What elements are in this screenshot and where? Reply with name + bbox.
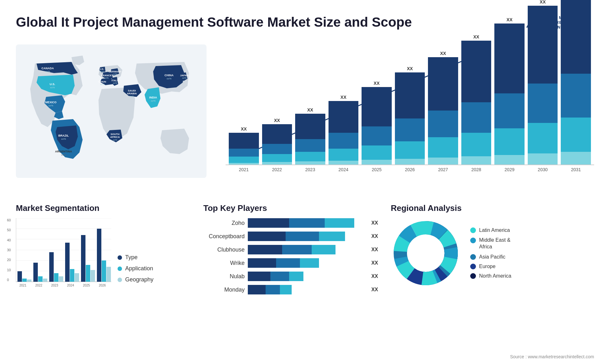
page-container: Global It Project Management Software Ma… bbox=[0, 0, 610, 364]
legend-item-north-america: North America bbox=[470, 273, 511, 279]
svg-text:BRAZIL: BRAZIL bbox=[58, 134, 69, 137]
player-bar-seg2 bbox=[289, 218, 325, 228]
x-label-2028: 2028 bbox=[461, 167, 491, 172]
y-label-20: 20 bbox=[7, 258, 11, 262]
regional-content: Latin America Middle East &Africa Asia P… bbox=[391, 218, 594, 288]
x-label-2030: 2030 bbox=[528, 167, 558, 172]
player-bar-conceptboard bbox=[248, 232, 366, 241]
svg-text:xx%: xx% bbox=[61, 153, 66, 156]
svg-rect-49 bbox=[38, 276, 43, 282]
legend-label-asia-pacific: Asia Pacific bbox=[479, 254, 505, 260]
seg-chart-svg: 2021 2022 2023 2024 2025 2026 bbox=[16, 218, 111, 288]
svg-text:xx%: xx% bbox=[48, 104, 53, 107]
legend-dot-asia-pacific bbox=[470, 254, 476, 260]
legend-label-geography: Geography bbox=[125, 276, 153, 283]
players-title: Top Key Players bbox=[203, 203, 378, 213]
svg-rect-57 bbox=[81, 235, 85, 282]
svg-text:xx%: xx% bbox=[104, 77, 108, 79]
legend-label-north-america: North America bbox=[479, 273, 511, 279]
world-map-svg: CANADA xx% U.S. xx% MEXICO xx% BRAZIL xx… bbox=[16, 44, 207, 178]
svg-rect-51 bbox=[49, 252, 54, 282]
seg-chart: 60 50 40 30 20 10 0 bbox=[16, 218, 111, 288]
svg-rect-54 bbox=[65, 243, 70, 282]
legend-dot-geography bbox=[118, 278, 122, 282]
player-bar-seg2 bbox=[276, 258, 300, 268]
x-label-2026: 2026 bbox=[395, 167, 425, 172]
player-row-conceptboard: Conceptboard XX bbox=[203, 232, 378, 241]
donut-svg bbox=[391, 218, 461, 288]
legend-dot-application bbox=[118, 266, 122, 271]
legend-item-geography: Geography bbox=[118, 276, 153, 283]
svg-text:xx%: xx% bbox=[45, 70, 50, 73]
bar-group-2022: XX bbox=[262, 118, 292, 165]
svg-rect-55 bbox=[70, 269, 74, 282]
player-name-zoho: Zoho bbox=[203, 220, 245, 226]
svg-rect-62 bbox=[106, 267, 111, 282]
source-text: Source : www.marketresearchintellect.com bbox=[510, 354, 594, 359]
player-name-conceptboard: Conceptboard bbox=[203, 233, 245, 240]
legend-dot-latin-america bbox=[470, 227, 476, 233]
bar-group-2023: XX bbox=[295, 107, 325, 165]
seg-content: 60 50 40 30 20 10 0 bbox=[16, 218, 191, 288]
player-bar-seg3 bbox=[300, 258, 319, 268]
bar-label-2022: XX bbox=[274, 118, 280, 123]
svg-rect-46 bbox=[22, 279, 27, 282]
bar-label-2027: XX bbox=[440, 51, 446, 56]
player-val-nulab: XX bbox=[371, 273, 378, 279]
player-row-monday: Monday XX bbox=[203, 285, 378, 294]
legend-label-latin-america: Latin America bbox=[479, 227, 510, 233]
player-val-wrike: XX bbox=[371, 260, 378, 266]
svg-text:2021: 2021 bbox=[19, 284, 27, 287]
page-title: Global It Project Management Software Ma… bbox=[16, 15, 412, 30]
player-name-wrike: Wrike bbox=[203, 260, 245, 266]
chart-area: XX XX bbox=[226, 44, 594, 178]
svg-rect-45 bbox=[17, 271, 22, 282]
bar-group-2026: XX bbox=[395, 66, 425, 165]
player-name-nulab: Nulab bbox=[203, 273, 245, 280]
svg-rect-52 bbox=[54, 273, 58, 282]
svg-text:ITALY: ITALY bbox=[112, 79, 119, 82]
y-labels: 60 50 40 30 20 10 0 bbox=[7, 218, 11, 282]
player-bar-seg3 bbox=[280, 285, 292, 294]
svg-rect-50 bbox=[43, 279, 47, 282]
bar-label-2028: XX bbox=[473, 34, 479, 39]
bottom-grid: Market Segmentation 60 50 40 30 20 10 0 bbox=[16, 203, 594, 298]
player-bar-clubhouse bbox=[248, 245, 366, 254]
bar-label-2024: XX bbox=[341, 95, 347, 100]
player-row-zoho: Zoho XX bbox=[203, 218, 378, 228]
player-bar-wrike bbox=[248, 258, 366, 268]
x-label-2024: 2024 bbox=[329, 167, 359, 172]
regional-title: Regional Analysis bbox=[391, 203, 594, 213]
legend-item-middle-east: Middle East &Africa bbox=[470, 237, 511, 250]
y-label-30: 30 bbox=[7, 248, 11, 252]
y-label-60: 60 bbox=[7, 218, 11, 222]
svg-text:FRANCE: FRANCE bbox=[101, 74, 112, 77]
bar-group-2027: XX bbox=[428, 51, 458, 165]
player-bar-monday bbox=[248, 285, 366, 294]
svg-text:xx%: xx% bbox=[166, 77, 171, 80]
x-label-2027: 2027 bbox=[428, 167, 458, 172]
svg-rect-56 bbox=[75, 273, 79, 282]
legend-item-europe: Europe bbox=[470, 264, 511, 269]
x-label-2031: 2031 bbox=[561, 167, 591, 172]
bar-label-2021: XX bbox=[241, 126, 247, 131]
svg-rect-61 bbox=[102, 260, 106, 282]
svg-text:2025: 2025 bbox=[83, 284, 90, 287]
player-bar-seg3 bbox=[312, 245, 336, 254]
svg-rect-58 bbox=[86, 265, 90, 282]
svg-text:GERMANY: GERMANY bbox=[109, 70, 122, 73]
svg-text:2024: 2024 bbox=[67, 284, 74, 287]
player-bar-seg1 bbox=[248, 218, 289, 228]
svg-rect-47 bbox=[27, 280, 31, 282]
y-label-0: 0 bbox=[7, 278, 11, 282]
player-bar-seg2 bbox=[270, 272, 289, 281]
player-bar-seg1 bbox=[248, 245, 282, 254]
legend-label-type: Type bbox=[125, 254, 138, 261]
player-bar-seg3 bbox=[325, 218, 354, 228]
player-row-wrike: Wrike XX bbox=[203, 258, 378, 268]
x-label-2022: 2022 bbox=[262, 167, 292, 172]
player-bar-nulab bbox=[248, 272, 366, 281]
player-row-clubhouse: Clubhouse XX bbox=[203, 245, 378, 254]
x-label-2021: 2021 bbox=[229, 167, 259, 172]
player-val-clubhouse: XX bbox=[371, 247, 378, 253]
